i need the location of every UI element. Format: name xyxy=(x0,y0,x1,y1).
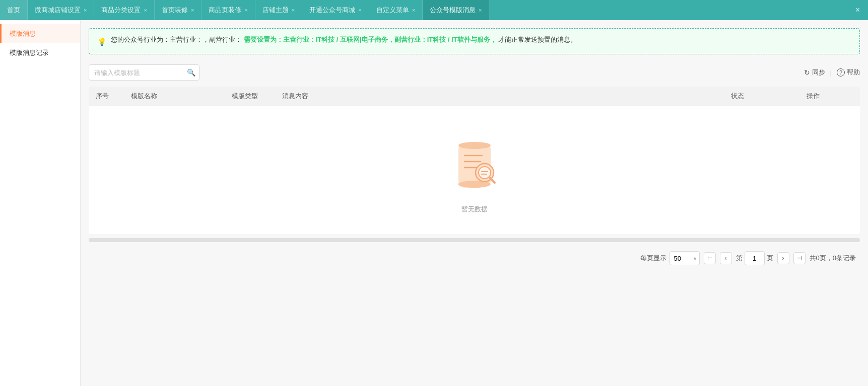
search-icon[interactable]: 🔍 xyxy=(187,68,195,76)
next-page-button[interactable]: › xyxy=(777,252,789,264)
close-template-msg-tab[interactable]: × xyxy=(479,7,482,13)
close-product-decoration-tab[interactable]: × xyxy=(244,7,247,13)
empty-state-row: 暂无数据 xyxy=(89,106,860,235)
close-custom-menu-tab[interactable]: × xyxy=(412,7,415,13)
col-actions: 操作 xyxy=(799,87,860,106)
sidebar: 模版消息 模版消息记录 xyxy=(0,20,81,386)
horizontal-scrollbar[interactable] xyxy=(89,238,860,242)
last-page-button[interactable]: ⊣ xyxy=(793,252,806,264)
empty-text: 暂无数据 xyxy=(89,205,860,214)
tab-product-category[interactable]: 商品分类设置 × xyxy=(94,0,154,20)
empty-state: 暂无数据 xyxy=(89,106,860,234)
prev-page-button[interactable]: ‹ xyxy=(720,252,732,264)
total-text: 共0页，0条记录 xyxy=(810,254,856,263)
page-size-wrap: 每页显示 10 20 50 100 xyxy=(640,251,700,265)
col-name: 模版名称 xyxy=(124,87,225,106)
col-seq: 序号 xyxy=(89,87,124,106)
page-size-select-wrap: 10 20 50 100 xyxy=(670,251,700,265)
tab-bar: 首页 微商城店铺设置 × 商品分类设置 × 首页装修 × 商品页装修 × 店铺主… xyxy=(0,0,868,20)
col-content: 消息内容 xyxy=(275,87,724,106)
notice-banner: 💡 您的公众号行业为：主营行业：，副营行业： 需要设置为：主营行业：IT科技 /… xyxy=(89,28,860,54)
close-shop-theme-tab[interactable]: × xyxy=(292,7,295,13)
help-button[interactable]: ? 帮助 xyxy=(837,68,860,77)
tab-shop-theme[interactable]: 店铺主题 × xyxy=(255,0,302,20)
sidebar-item-template-message[interactable]: 模版消息 xyxy=(0,24,80,43)
page-input-wrap: 第 页 xyxy=(736,251,773,265)
first-page-button[interactable]: ⊢ xyxy=(704,252,716,264)
col-type: 模版类型 xyxy=(225,87,275,106)
tab-home[interactable]: 首页 xyxy=(0,0,28,20)
main-layout: 模版消息 模版消息记录 💡 您的公众号行业为：主营行业：，副营行业： 需要设置为… xyxy=(0,20,868,386)
divider: | xyxy=(830,69,832,76)
svg-point-7 xyxy=(479,167,491,179)
tab-shop-settings[interactable]: 微商城店铺设置 × xyxy=(28,0,94,20)
close-open-mall-tab[interactable]: × xyxy=(358,7,361,13)
sync-button[interactable]: ↻ 同步 xyxy=(804,68,825,77)
sync-icon: ↻ xyxy=(804,68,810,76)
search-actions: ↻ 同步 | ? 帮助 xyxy=(804,68,860,77)
notice-text: 您的公众号行业为：主营行业：，副营行业： 需要设置为：主营行业：IT科技 / 互… xyxy=(111,35,577,45)
tab-product-decoration[interactable]: 商品页装修 × xyxy=(202,0,255,20)
page-size-select[interactable]: 10 20 50 100 xyxy=(670,251,700,265)
tab-custom-menu[interactable]: 自定义菜单 × xyxy=(369,0,423,20)
tab-home-decoration[interactable]: 首页装修 × xyxy=(155,0,202,20)
col-status: 状态 xyxy=(724,87,799,106)
tab-template-msg[interactable]: 公众号模版消息 × xyxy=(423,0,489,20)
current-page-input[interactable] xyxy=(745,251,765,265)
sidebar-item-template-message-log[interactable]: 模版消息记录 xyxy=(0,43,80,62)
search-input-wrap: 🔍 xyxy=(89,64,199,81)
search-input[interactable] xyxy=(89,64,199,81)
close-product-category-tab[interactable]: × xyxy=(144,7,147,13)
close-shop-settings-tab[interactable]: × xyxy=(84,7,87,13)
search-bar: 🔍 ↻ 同步 | ? 帮助 xyxy=(89,64,860,81)
close-home-decoration-tab[interactable]: × xyxy=(191,7,194,13)
data-table: 序号 模版名称 模版类型 消息内容 状态 操作 xyxy=(89,87,860,234)
empty-illustration xyxy=(444,136,505,197)
notice-icon: 💡 xyxy=(97,36,107,48)
table-header-row: 序号 模版名称 模版类型 消息内容 状态 操作 xyxy=(89,87,860,106)
svg-point-1 xyxy=(458,142,491,149)
close-all-button[interactable]: × xyxy=(847,6,868,15)
help-icon: ? xyxy=(837,68,845,76)
content-area: 💡 您的公众号行业为：主营行业：，副营行业： 需要设置为：主营行业：IT科技 /… xyxy=(81,20,868,386)
tab-open-mall[interactable]: 开通公众号商城 × xyxy=(302,0,369,20)
pagination: 每页显示 10 20 50 100 ⊢ ‹ 第 页 › ⊣ 共0 xyxy=(89,246,860,270)
